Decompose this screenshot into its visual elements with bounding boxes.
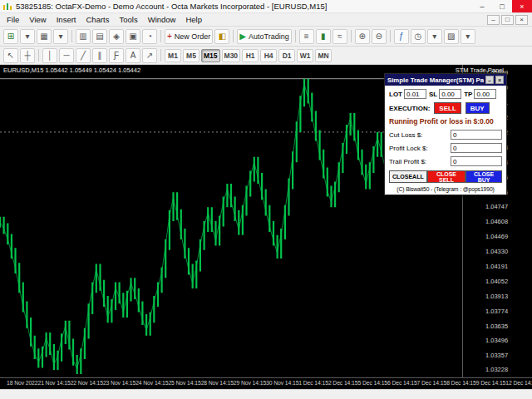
time-tick: 28 Nov 14:15 (201, 380, 234, 386)
strategy-tester-button[interactable]: ◔ (142, 29, 157, 44)
terminal-button[interactable]: ▣ (126, 29, 140, 44)
close-button[interactable]: × (512, 0, 532, 12)
text-label-button[interactable]: A (126, 48, 140, 63)
close-buy-button[interactable]: CLOSE BUY (466, 170, 502, 183)
menu-bar: FileViewInsertChartsToolsWindowHelp – □ … (0, 13, 532, 27)
maximize-button[interactable]: □ (492, 0, 512, 12)
lot-input[interactable] (404, 89, 426, 99)
timeframe-m15-button[interactable]: M15 (201, 49, 220, 62)
trendline-button[interactable]: ╱ (76, 48, 91, 63)
data-window-button[interactable]: ▤ (92, 29, 107, 44)
sl-input[interactable] (439, 89, 461, 99)
timeframe-m30-button[interactable]: M30 (222, 49, 241, 62)
vertical-line-button[interactable]: │ (42, 48, 57, 63)
menu-file[interactable]: File (2, 15, 24, 24)
minimize-button[interactable]: – (472, 0, 492, 12)
stm-panel-body: LOT SL TP EXECUTION: SELL BUY Running Pr… (385, 86, 506, 195)
time-tick: 2 Dec 14:15 (328, 380, 358, 386)
mt4-logo-icon (2, 2, 12, 12)
timeframe-h1-button[interactable]: H1 (242, 49, 259, 62)
cut-loss-label: Cut Loss $: (389, 131, 422, 139)
toolbar-separator (295, 30, 296, 42)
tp-input[interactable] (474, 89, 496, 99)
stm-minimize-button[interactable]: – (485, 76, 494, 84)
status-bar (0, 389, 532, 399)
arrow-objects-button[interactable]: ↗ (142, 48, 157, 63)
templates-button[interactable]: ▨ (444, 29, 459, 44)
stm-panel-titlebar[interactable]: Simple Trade Manager(STM) Panel – × (385, 74, 506, 86)
zoom-in-button[interactable]: ⊕ (355, 29, 370, 44)
timeframe-m1-button[interactable]: M1 (165, 49, 181, 62)
time-tick: 6 Dec 14:15 (387, 380, 417, 386)
time-tick: 1 Dec 14:15 (298, 380, 328, 386)
execution-label: EXECUTION: (389, 105, 430, 112)
fibonacci-retracement-button[interactable]: Ƒ (109, 48, 124, 63)
chart-line-button[interactable]: ≈ (332, 29, 347, 44)
cursor-button[interactable]: ↖ (3, 48, 18, 63)
crosshair-button[interactable]: ┼ (20, 48, 35, 63)
profiles-dropdown-button[interactable]: ▾ (53, 29, 68, 44)
stm-panel: Simple Trade Manager(STM) Panel – × LOT … (384, 73, 507, 195)
profit-lock-row: Profit Lock $: (389, 143, 502, 153)
metaeditor-button[interactable]: ◧ (214, 29, 229, 44)
price-tick: 1.03496 (485, 337, 508, 344)
zoom-out-icon: ⊖ (376, 32, 382, 41)
stm-close-button[interactable]: × (495, 76, 504, 84)
menu-charts[interactable]: Charts (81, 15, 115, 24)
time-tick: 18 Nov 2022 (7, 380, 37, 386)
time-tick: 9 Dec 14:15 (476, 380, 506, 386)
horizontal-line-button[interactable]: ─ (59, 48, 74, 63)
buy-button[interactable]: BUY (466, 102, 490, 114)
cursor-icon: ↖ (7, 52, 14, 60)
toolbar-separator (351, 30, 352, 42)
trail-profit-input[interactable] (451, 156, 502, 166)
new-chart-button[interactable]: ⊞ (3, 29, 18, 44)
time-tick: 29 Nov 14:15 (234, 380, 266, 386)
timeframe-h4-button[interactable]: H4 (260, 49, 277, 62)
timeframe-mn-button[interactable]: MN (315, 49, 332, 62)
terminal-icon: ▣ (129, 32, 136, 41)
stm-panel-title: Simple Trade Manager(STM) Panel (387, 76, 484, 84)
menu-help[interactable]: Help (180, 15, 207, 24)
chart-bars-button[interactable]: ≡ (299, 29, 314, 44)
chart-line-icon: ≈ (337, 32, 342, 41)
indicators-button[interactable]: ƒ (394, 29, 409, 44)
tp-label: TP (464, 91, 472, 98)
market-watch-button[interactable]: ▥ (76, 29, 91, 44)
menu-tools[interactable]: Tools (114, 15, 142, 24)
chart-restore-button[interactable]: □ (501, 15, 514, 25)
timeframe-m5-button[interactable]: M5 (183, 49, 200, 62)
periods-dropdown-button[interactable]: ▾ (427, 29, 442, 44)
time-tick: 12 Dec 14:15 (505, 380, 532, 386)
chart-close-button[interactable]: × (515, 15, 528, 25)
menu-window[interactable]: Window (143, 15, 181, 24)
new-order-icon: + (167, 32, 172, 41)
profiles-button[interactable]: ▦ (37, 29, 52, 44)
navigator-button[interactable]: ◈ (109, 29, 124, 44)
templates-dropdown-button[interactable]: ▾ (461, 29, 475, 44)
chart-minimize-button[interactable]: – (487, 15, 500, 25)
vertical-line-icon: │ (47, 52, 52, 60)
time-axis[interactable]: 18 Nov 202221 Nov 14:1522 Nov 14:1523 No… (0, 377, 532, 389)
menu-view[interactable]: View (24, 15, 51, 24)
close-sell-button[interactable]: CLOSE SELL (427, 170, 466, 183)
profit-lock-input[interactable] (451, 143, 502, 153)
timeframe-d1-button[interactable]: D1 (278, 49, 295, 62)
closeall-button[interactable]: CLOSEALL (389, 170, 427, 183)
zoom-out-button[interactable]: ⊖ (372, 29, 387, 44)
new-order-button[interactable]: +New Order (165, 29, 213, 44)
autotrading-button[interactable]: ▶AutoTrading (237, 29, 291, 44)
fibonacci-retracement-icon: Ƒ (114, 52, 119, 60)
periods-dropdown-icon: ▾ (432, 32, 436, 41)
toolbar-separator (71, 30, 72, 42)
equidistant-channel-button[interactable]: ∥ (92, 48, 107, 63)
symbol-ohlc-label: EURUSD,M15 1.05442 1.05449 1.05424 1.054… (3, 66, 140, 74)
cut-loss-input[interactable] (451, 130, 502, 140)
timeframe-w1-button[interactable]: W1 (297, 49, 313, 62)
periods-button[interactable]: ◷ (411, 29, 426, 44)
chart-candles-button[interactable]: ▮ (316, 29, 331, 44)
menu-insert[interactable]: Insert (52, 15, 81, 24)
sell-button[interactable]: SELL (434, 102, 461, 114)
new-chart-dropdown-button[interactable]: ▾ (20, 29, 35, 44)
execution-row: EXECUTION: SELL BUY (389, 102, 502, 114)
